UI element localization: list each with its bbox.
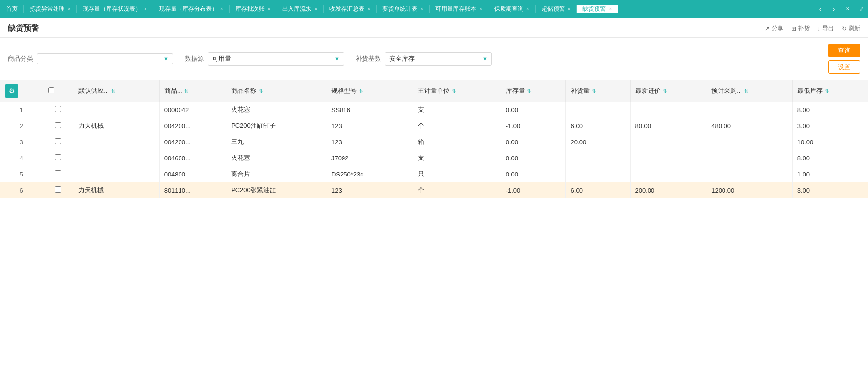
refresh-btn[interactable]: ↻ 刷新	[842, 24, 860, 33]
tab-inout-flow[interactable]: 出入库流水×	[276, 5, 324, 13]
row-checkbox-cell	[43, 150, 73, 166]
tab-overstock[interactable]: 超储预警×	[536, 5, 577, 13]
cell-product_name: 离合片	[226, 166, 326, 182]
row-no: 6	[0, 182, 43, 198]
cell-default_supplier	[73, 150, 159, 166]
settings-button[interactable]: 设置	[828, 60, 860, 74]
tab-close-all-btn[interactable]: ×	[841, 0, 854, 18]
export-icon: ↓	[817, 25, 820, 32]
row-checkbox[interactable]	[55, 186, 61, 193]
cell-est_purchase: 480.00	[706, 118, 792, 134]
gear-settings-btn[interactable]: ⚙	[5, 84, 18, 98]
replenish-btn[interactable]: ⊞ 补货	[791, 24, 810, 33]
col-header-product_code[interactable]: 商品... ⇅	[159, 80, 226, 102]
tab-close-overstock[interactable]: ×	[568, 6, 571, 12]
col-label-stock: 库存量	[506, 87, 525, 94]
tab-close-demand-stats[interactable]: ×	[420, 6, 423, 12]
tab-inventory-status[interactable]: 现存量（库存状况表）×	[77, 5, 153, 13]
cell-product_name: PC200张紧油缸	[226, 182, 326, 198]
filter-actions: 查询 设置	[828, 44, 860, 74]
datasource-label: 数据源	[185, 54, 204, 63]
table-row: 2力天机械004200...PC200油缸缸子123个-1.006.0080.0…	[0, 118, 868, 134]
row-checkbox[interactable]	[55, 138, 61, 144]
sort-icon-default_supplier: ⇅	[110, 88, 115, 94]
col-label-default_supplier: 默认供应...	[78, 87, 109, 94]
tab-close-batch-account[interactable]: ×	[268, 6, 271, 12]
cell-min_stock: 3.00	[792, 118, 868, 134]
replenish-base-select[interactable]: 安全库存 ▼	[385, 52, 492, 66]
datasource-dropdown-icon: ▼	[334, 56, 340, 62]
col-header-default_supplier[interactable]: 默认供应... ⇅	[73, 80, 159, 102]
sort-icon-replenish_qty: ⇅	[591, 88, 596, 94]
tab-close-receive-summary[interactable]: ×	[367, 6, 370, 12]
row-no: 5	[0, 166, 43, 182]
cell-product_name: 火花塞	[226, 150, 326, 166]
row-checkbox[interactable]	[55, 106, 61, 112]
cell-product_code: 004800...	[159, 166, 226, 182]
tab-shortage[interactable]: 缺货预警×	[577, 5, 618, 13]
col-header-product_name[interactable]: 商品名称 ⇅	[226, 80, 326, 102]
tab-label-demand-stats: 要货单统计表	[382, 5, 417, 13]
col-header-replenish_qty[interactable]: 补货量 ⇅	[565, 80, 630, 102]
cell-stock: 0.00	[501, 166, 565, 182]
datasource-select[interactable]: 可用量 ▼	[208, 52, 344, 66]
col-header-stock[interactable]: 库存量 ⇅	[501, 80, 565, 102]
export-btn[interactable]: ↓ 导出	[817, 24, 834, 33]
tab-next-btn[interactable]: ›	[827, 0, 841, 18]
tab-label-shortage: 缺货预警	[582, 5, 606, 13]
tab-home[interactable]: 首页	[0, 5, 24, 13]
table-row: 3004200...三九123箱0.0020.0010.00	[0, 134, 868, 150]
tab-demand-stats[interactable]: 要货单统计表×	[377, 5, 430, 13]
col-header-est_purchase[interactable]: 预计采购... ⇅	[706, 80, 792, 102]
tab-available-ledger[interactable]: 可用量库存账本×	[430, 5, 488, 13]
tab-prev-btn[interactable]: ‹	[814, 0, 827, 18]
query-button[interactable]: 查询	[828, 44, 860, 57]
select-all-checkbox[interactable]	[48, 87, 54, 93]
col-header-gear: ⚙	[0, 80, 43, 102]
tab-close-expiry-query[interactable]: ×	[526, 6, 529, 12]
tab-label-expiry-query: 保质期查询	[494, 5, 524, 13]
cell-replenish_qty	[565, 150, 630, 166]
col-header-latest_price[interactable]: 最新进价 ⇅	[630, 80, 706, 102]
cell-stock: -1.00	[501, 182, 565, 198]
tab-close-available-ledger[interactable]: ×	[479, 6, 482, 12]
tab-close-inventory-status[interactable]: ×	[144, 6, 147, 12]
cell-min_stock: 1.00	[792, 166, 868, 182]
tab-defect-exception[interactable]: 拣货异常处理×	[24, 5, 77, 13]
col-label-min_stock: 最低库存	[797, 87, 823, 94]
tab-label-inout-flow: 出入库流水	[282, 5, 311, 13]
cell-product_name: 火花塞	[226, 102, 326, 118]
tab-label-home: 首页	[6, 5, 18, 13]
tab-close-inout-flow[interactable]: ×	[314, 6, 317, 12]
tab-receive-summary[interactable]: 收发存汇总表×	[324, 5, 377, 13]
row-checkbox[interactable]	[55, 122, 61, 128]
filter-area: 商品分类 ▼ 数据源 可用量 ▼ 补货基数 安全库存 ▼ 查询 设置	[0, 38, 868, 80]
cell-product_code: 004200...	[159, 118, 226, 134]
tab-label-receive-summary: 收发存汇总表	[329, 5, 364, 13]
col-label-latest_price: 最新进价	[635, 87, 661, 94]
col-header-min_stock[interactable]: 最低库存 ⇅	[792, 80, 868, 102]
cell-product_name: 三九	[226, 134, 326, 150]
row-checkbox[interactable]	[55, 154, 61, 160]
tab-batch-account[interactable]: 库存批次账×	[230, 5, 277, 13]
cell-product_code: 004200...	[159, 134, 226, 150]
tab-inventory-dist[interactable]: 现存量（库存分布表）×	[153, 5, 230, 13]
refresh-icon: ↻	[842, 25, 847, 32]
row-checkbox[interactable]	[55, 170, 61, 176]
sort-icon-min_stock: ⇅	[824, 88, 829, 94]
col-header-unit[interactable]: 主计量单位 ⇅	[413, 80, 501, 102]
col-header-spec[interactable]: 规格型号 ⇅	[326, 80, 413, 102]
share-btn[interactable]: ↗ 分享	[765, 24, 783, 33]
tab-close-inventory-dist[interactable]: ×	[220, 6, 223, 12]
tab-close-defect-exception[interactable]: ×	[68, 6, 71, 12]
tab-expand-btn[interactable]: ⤢	[854, 0, 868, 18]
col-label-est_purchase: 预计采购...	[711, 87, 742, 94]
cell-stock: 0.00	[501, 134, 565, 150]
tab-label-inventory-dist: 现存量（库存分布表）	[159, 5, 217, 13]
row-checkbox-cell	[43, 182, 73, 198]
category-dropdown-icon: ▼	[163, 56, 169, 62]
cell-spec: 123	[326, 134, 413, 150]
tab-close-shortage[interactable]: ×	[609, 6, 612, 12]
tab-expiry-query[interactable]: 保质期查询×	[488, 5, 536, 13]
category-select[interactable]: ▼	[37, 53, 173, 64]
